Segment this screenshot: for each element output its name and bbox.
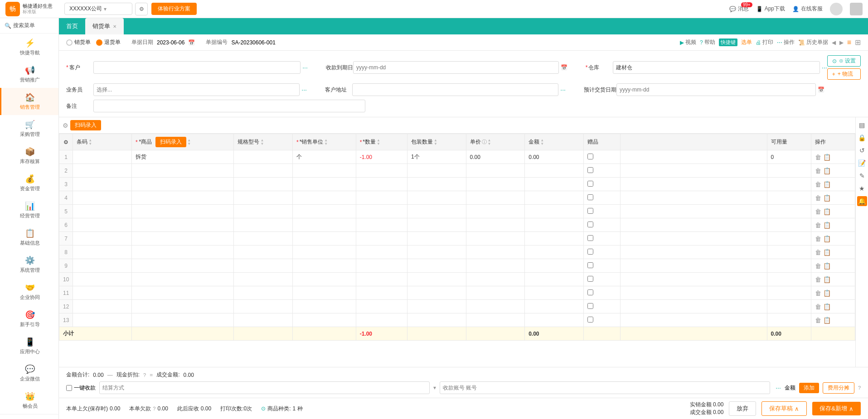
cell-amount[interactable] bbox=[525, 259, 584, 273]
address-dots-icon[interactable]: ··· bbox=[560, 86, 566, 93]
settings-icon[interactable]: ⚙ bbox=[135, 3, 148, 15]
app-download-button[interactable]: 📱 App下载 bbox=[756, 5, 785, 13]
cell-barcode[interactable] bbox=[73, 273, 132, 286]
delete-row-icon[interactable]: 🗑 bbox=[815, 208, 821, 215]
rp-note-icon[interactable]: 📝 bbox=[857, 158, 867, 168]
due-date-input[interactable] bbox=[353, 61, 559, 74]
action-help[interactable]: ?帮助 bbox=[700, 39, 715, 46]
due-date-calendar-icon[interactable]: 📅 bbox=[561, 64, 567, 71]
cell-spec[interactable] bbox=[234, 313, 293, 327]
cell-gift[interactable] bbox=[583, 313, 620, 327]
price-info-icon[interactable]: ⓘ bbox=[482, 139, 487, 145]
payment-account-dots-icon[interactable]: ··· bbox=[776, 384, 781, 391]
calendar-icon[interactable]: 📅 bbox=[188, 39, 195, 46]
cell-goods[interactable] bbox=[131, 273, 234, 286]
salesperson-input[interactable] bbox=[93, 83, 300, 96]
gift-checkbox[interactable] bbox=[587, 154, 593, 159]
sidebar-item-quick-nav[interactable]: ⚡ 快捷导航 bbox=[0, 34, 58, 61]
cell-price[interactable] bbox=[466, 232, 525, 246]
cell-barcode[interactable] bbox=[73, 313, 132, 327]
save-draft-button[interactable]: 保存草稿 ∧ bbox=[761, 401, 807, 416]
cell-spec[interactable] bbox=[234, 259, 293, 273]
cell-spec[interactable] bbox=[234, 232, 293, 246]
cell-qty[interactable] bbox=[356, 246, 407, 259]
copy-row-icon[interactable]: 📋 bbox=[823, 181, 831, 188]
sidebar-item-guide[interactable]: 🎯 新手引导 bbox=[0, 305, 58, 332]
save-new-chevron-icon[interactable]: ∧ bbox=[849, 405, 853, 412]
cell-barcode[interactable] bbox=[73, 259, 132, 273]
cell-unit[interactable] bbox=[292, 232, 356, 246]
cell-unit[interactable] bbox=[292, 286, 356, 300]
one-click-pay-checkbox[interactable]: 一键收款 bbox=[66, 384, 96, 392]
delete-row-icon[interactable]: 🗑 bbox=[815, 235, 821, 242]
cell-qty[interactable] bbox=[356, 313, 407, 327]
scan-button[interactable]: 扫码录入 bbox=[70, 120, 101, 130]
avatar2[interactable] bbox=[850, 3, 863, 15]
cell-spec[interactable] bbox=[234, 300, 293, 313]
fee-split-button[interactable]: 费用分摊 bbox=[823, 382, 854, 394]
notes-input[interactable] bbox=[93, 100, 365, 112]
cell-goods[interactable] bbox=[131, 191, 234, 205]
payment-account-input[interactable] bbox=[440, 381, 770, 394]
gift-checkbox[interactable] bbox=[587, 317, 593, 323]
rp-alert-icon[interactable]: 🔔 bbox=[857, 196, 867, 206]
sidebar-item-wechat[interactable]: 💬 企业微信 bbox=[0, 360, 58, 387]
cell-pkgqty[interactable] bbox=[407, 286, 466, 300]
avatar[interactable] bbox=[830, 3, 843, 15]
cell-amount[interactable] bbox=[525, 205, 584, 218]
cell-gift[interactable] bbox=[583, 164, 620, 178]
delete-row-icon[interactable]: 🗑 bbox=[815, 194, 821, 202]
delete-row-icon[interactable]: 🗑 bbox=[815, 303, 821, 310]
cell-amount[interactable] bbox=[525, 300, 584, 313]
radio-sales-order[interactable]: 销货单 bbox=[66, 39, 91, 46]
one-click-pay-check[interactable] bbox=[66, 385, 72, 391]
tab-close-icon[interactable]: ✕ bbox=[113, 24, 116, 29]
sidebar-item-purchase[interactable]: 🛒 采购管理 bbox=[0, 115, 58, 142]
trial-button[interactable]: 体验行业方案 bbox=[151, 3, 197, 15]
customer-input[interactable] bbox=[93, 61, 301, 74]
cell-qty[interactable] bbox=[356, 218, 407, 232]
action-history[interactable]: 📜历史单据 bbox=[798, 39, 828, 46]
setting-button[interactable]: ⊙ ⊙ 设置 bbox=[827, 55, 861, 67]
cell-price[interactable] bbox=[466, 218, 525, 232]
cell-unit[interactable] bbox=[292, 205, 356, 218]
th-price[interactable]: 单价ⓘ▲▼ bbox=[466, 134, 525, 150]
cell-goods[interactable] bbox=[131, 205, 234, 218]
cell-price[interactable] bbox=[466, 286, 525, 300]
cell-spec[interactable] bbox=[234, 150, 293, 164]
cell-spec[interactable] bbox=[234, 191, 293, 205]
cell-amount[interactable]: 0.00 bbox=[525, 150, 584, 164]
copy-row-icon[interactable]: 📋 bbox=[823, 208, 831, 215]
cell-pkgqty[interactable] bbox=[407, 164, 466, 178]
tab-home[interactable]: 首页 bbox=[59, 18, 85, 34]
cell-pkgqty[interactable] bbox=[407, 259, 466, 273]
th-barcode[interactable]: 条码▲▼ bbox=[73, 134, 132, 150]
delete-row-icon[interactable]: 🗑 bbox=[815, 154, 821, 161]
cell-qty[interactable] bbox=[356, 164, 407, 178]
cell-amount[interactable] bbox=[525, 313, 584, 327]
cell-qty[interactable]: -1.00 bbox=[356, 150, 407, 164]
delete-row-icon[interactable]: 🗑 bbox=[815, 181, 821, 188]
action-operations[interactable]: ⋯操作 bbox=[777, 39, 795, 46]
fee-help-icon[interactable]: ? bbox=[858, 385, 861, 390]
sidebar-search[interactable]: 🔍 搜索菜单 bbox=[0, 18, 58, 34]
cell-goods[interactable] bbox=[131, 164, 234, 178]
cell-price[interactable] bbox=[466, 178, 525, 191]
cell-barcode[interactable] bbox=[73, 191, 132, 205]
cell-qty[interactable] bbox=[356, 286, 407, 300]
cell-goods[interactable] bbox=[131, 218, 234, 232]
view-grid-icon[interactable]: ⊞ bbox=[855, 38, 861, 47]
action-video[interactable]: ▶视频 bbox=[680, 39, 696, 46]
cell-unit[interactable] bbox=[292, 273, 356, 286]
cell-unit[interactable]: 个 bbox=[292, 150, 356, 164]
nav-next-icon[interactable]: ▶ bbox=[839, 39, 844, 46]
cell-amount[interactable] bbox=[525, 286, 584, 300]
cell-gift[interactable] bbox=[583, 246, 620, 259]
copy-row-icon[interactable]: 📋 bbox=[823, 154, 831, 161]
copy-row-icon[interactable]: 📋 bbox=[823, 317, 831, 324]
cell-amount[interactable] bbox=[525, 178, 584, 191]
copy-row-icon[interactable]: 📋 bbox=[823, 167, 831, 174]
th-pkgqty[interactable]: 包装数量▲▼ bbox=[407, 134, 466, 150]
rp-table-icon[interactable]: ▤ bbox=[857, 120, 867, 130]
th-gift[interactable]: 赠品 bbox=[583, 134, 620, 150]
